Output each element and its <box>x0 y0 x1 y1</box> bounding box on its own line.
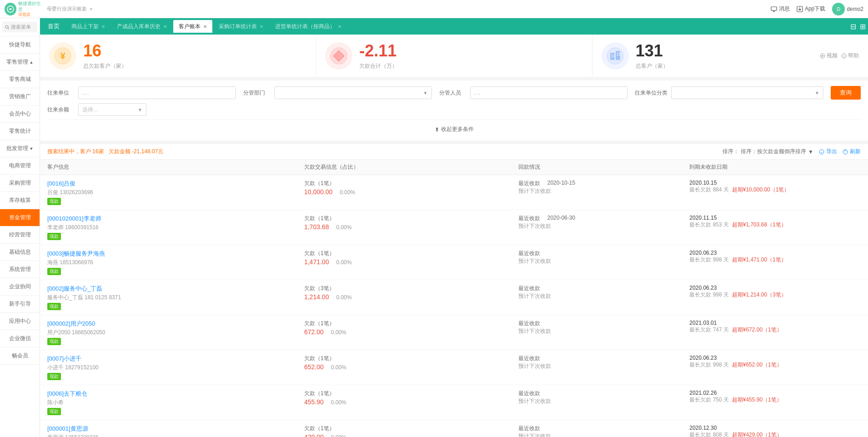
customer-contact-2: 海燕 18513066976 <box>47 259 304 266</box>
customer-code-name-3[interactable]: [0002]服务中心_丁磊 <box>47 285 102 292</box>
customer-code-name-6[interactable]: [0006]去下粮仓 <box>47 390 87 397</box>
cell-payback-7: 最近收款 预计下次收款 <box>518 425 690 437</box>
search-menu-box[interactable]: 搜索菜单 <box>2 22 37 32</box>
sidebar-item-finance-mgmt[interactable]: 资金管理 <box>0 209 40 226</box>
due-date-6: 2021.02.26 <box>689 390 861 396</box>
filter-unit-category-label: 往来单位分类 <box>635 89 667 97</box>
debt-percent-6: 0.00% <box>331 399 346 406</box>
customer-code-name-0[interactable]: [0016]吕俊 <box>47 180 75 187</box>
debt-amount-2[interactable]: 1,471.00 <box>304 258 329 266</box>
sidebar-item-inventory[interactable]: 库存核算 <box>0 192 40 209</box>
svg-rect-19 <box>617 55 618 55</box>
sidebar-item-marketing[interactable]: 营销推广 <box>0 88 40 105</box>
customer-code-name-4[interactable]: [000002]用户2050 <box>47 320 95 327</box>
filter-dept: 分管部门 ▼ <box>243 86 432 99</box>
search-button[interactable]: 查询 <box>831 86 861 100</box>
debt-amount-5[interactable]: 652.00 <box>304 363 324 371</box>
tab-close-production-history[interactable]: ✕ <box>163 24 167 29</box>
sidebar-search-area[interactable]: 搜索菜单 <box>0 18 40 36</box>
tab-close-purchase-order[interactable]: ✕ <box>260 24 263 29</box>
cell-debt-0: 欠款（1笔） 10,000.00 0.00% <box>304 180 518 196</box>
svg-point-10 <box>607 48 623 64</box>
customer-code-name-1[interactable]: [0001020001]李老师 <box>47 215 101 222</box>
sidebar-item-member-center[interactable]: 会员中心 <box>0 105 40 123</box>
debt-amount-1[interactable]: 1,703.68 <box>304 223 329 231</box>
cell-customer-6: [0006]去下粮仓 陈小希 现款 <box>47 390 304 415</box>
debt-amount-4[interactable]: 672.00 <box>304 328 324 336</box>
debt-amount-6[interactable]: 455.90 <box>304 398 324 406</box>
collapse-filters-btn[interactable]: ⬆ 收起更多条件 <box>47 124 861 135</box>
overdue-amount-1[interactable]: 超期¥1,703.68（1笔） <box>732 221 787 228</box>
filter-origin-unit-input[interactable]: ... <box>78 86 236 99</box>
sidebar-item-purchase-mgmt[interactable]: 采购管理 <box>0 175 40 192</box>
tab-customer-account[interactable]: 客户账本 ✕ <box>173 20 212 33</box>
customer-code-name-7[interactable]: [000001]黄思源 <box>47 425 88 432</box>
debt-label-7: 欠款（1笔） <box>304 425 518 432</box>
payback-label-3: 最近收款 <box>518 285 540 292</box>
overdue-amount-5[interactable]: 超期¥652.00（1笔） <box>732 362 782 368</box>
user-avatar[interactable]: D demo2 <box>832 3 863 15</box>
stat-debt-customers-number: 16 <box>83 41 127 60</box>
cell-payback-5: 最近收款 预计下次收款 <box>518 355 690 370</box>
tab-close-customer-account[interactable]: ✕ <box>203 24 207 29</box>
debt-amount-7[interactable]: 429.00 <box>304 433 324 437</box>
sidebar-item-app-center[interactable]: 应用中心 <box>0 313 40 330</box>
payback-next-1: 预计下次收款 <box>518 222 690 230</box>
message-btn[interactable]: 消息 <box>771 5 790 13</box>
sidebar-item-retail-mgmt[interactable]: 零售管理▲ <box>0 54 40 71</box>
sidebar-item-sys-mgmt[interactable]: 系统管理 <box>0 261 40 278</box>
app-download-btn[interactable]: App下载 <box>797 5 825 13</box>
export-button[interactable]: 导出 <box>819 148 837 156</box>
debt-amount-0[interactable]: 10,000.00 <box>304 188 332 196</box>
svg-point-25 <box>819 150 824 154</box>
sidebar-item-quick-nav[interactable]: 快捷导航 <box>0 36 40 54</box>
overdue-amount-4[interactable]: 超期¥672.00（1笔） <box>732 326 782 333</box>
cell-payback-1: 最近收款 2020-06-30 预计下次收款 <box>518 215 690 230</box>
filter-unit-category-input[interactable]: ▼ <box>671 86 823 99</box>
filter-dept-input[interactable]: ▼ <box>274 86 432 99</box>
cell-due-4: 2021.03.01 最长欠款 747 天 超期¥672.00（1笔） <box>689 320 861 334</box>
tab-purchase-order[interactable]: 采购订单统计表 ✕ <box>213 20 269 33</box>
table-row: [0016]吕俊 吕俊 13026203696 现款 欠款（1笔） 10,000… <box>40 175 868 210</box>
svg-text:?: ? <box>843 55 845 59</box>
sidebar-item-retail-mall[interactable]: 零售商城 <box>0 71 40 88</box>
tab-close-product-shelf[interactable]: ✕ <box>101 24 105 29</box>
sidebar-item-ops-mgmt[interactable]: 经营管理 <box>0 226 40 244</box>
tab-production-history[interactable]: 产成品入库单历史 ✕ <box>111 20 172 33</box>
customer-code-name-2[interactable]: [0003]畅捷服务尹海燕 <box>47 250 105 257</box>
debt-amount-3[interactable]: 1,214.00 <box>304 293 329 301</box>
help-link[interactable]: ? 帮助 <box>841 52 859 60</box>
overdue-amount-0[interactable]: 超期¥10,000.00（1笔） <box>732 186 790 193</box>
filter-balance-input[interactable]: 选择... ▼ <box>78 103 146 116</box>
sidebar-item-retail-stats[interactable]: 零售统计 <box>0 123 40 140</box>
sidebar-item-basic-info[interactable]: 基础信息 <box>0 244 40 261</box>
sidebar-item-guide[interactable]: 新手引导 <box>0 296 40 313</box>
svg-rect-17 <box>617 53 618 54</box>
stat-info-1: 16 总欠款客户（家） <box>83 41 127 70</box>
sidebar-item-enterprise-wechat[interactable]: 企业微信 <box>0 330 40 347</box>
tab-close-stock-stats[interactable]: ✕ <box>338 24 341 29</box>
tab-product-shelf[interactable]: 商品上下架 ✕ <box>66 20 110 33</box>
sidebar-item-member-vip[interactable]: 畅会员 <box>0 347 40 365</box>
overdue-amount-3[interactable]: 超期¥1,214.00（3笔） <box>732 291 787 298</box>
due-days-5: 最长欠款 998 天 超期¥652.00（1笔） <box>689 361 861 369</box>
filter-person-input[interactable]: ... <box>470 86 628 99</box>
sort-button[interactable]: 排序： 排序：按欠款金额倒序排序 ▼ <box>722 148 813 156</box>
sidebar-item-batch-mgmt[interactable]: 批发管理▼ <box>0 140 40 157</box>
tab-stock-stats[interactable]: 进货单统计表（按商品） ✕ <box>270 20 347 33</box>
tab-expand-icon[interactable]: ⊞ <box>860 22 866 31</box>
overdue-amount-2[interactable]: 超期¥1,471.00（1笔） <box>732 256 787 263</box>
customer-code-name-5[interactable]: [0007]小进千 <box>47 355 81 362</box>
tab-collapse-icon[interactable]: ⊟ <box>850 22 856 31</box>
debt-percent-1: 0.00% <box>336 224 351 231</box>
overdue-amount-7[interactable]: 超期¥429.00（1笔） <box>732 432 782 437</box>
sidebar-item-enterprise[interactable]: 企业协同 <box>0 278 40 296</box>
tab-home[interactable]: 首页 <box>42 20 65 33</box>
due-date-4: 2021.03.01 <box>689 320 861 326</box>
cell-debt-5: 欠款（1笔） 652.00 0.00% <box>304 355 518 371</box>
overdue-amount-6[interactable]: 超期¥455.90（1笔） <box>732 397 782 403</box>
video-link[interactable]: 视频 <box>820 52 838 60</box>
refresh-button[interactable]: 刷新 <box>843 148 861 156</box>
cell-customer-3: [0002]服务中心_丁磊 服务中心_丁磊 181 0125 8371 现款 <box>47 285 304 310</box>
sidebar-item-ecom-mgmt[interactable]: 电商管理 <box>0 157 40 175</box>
